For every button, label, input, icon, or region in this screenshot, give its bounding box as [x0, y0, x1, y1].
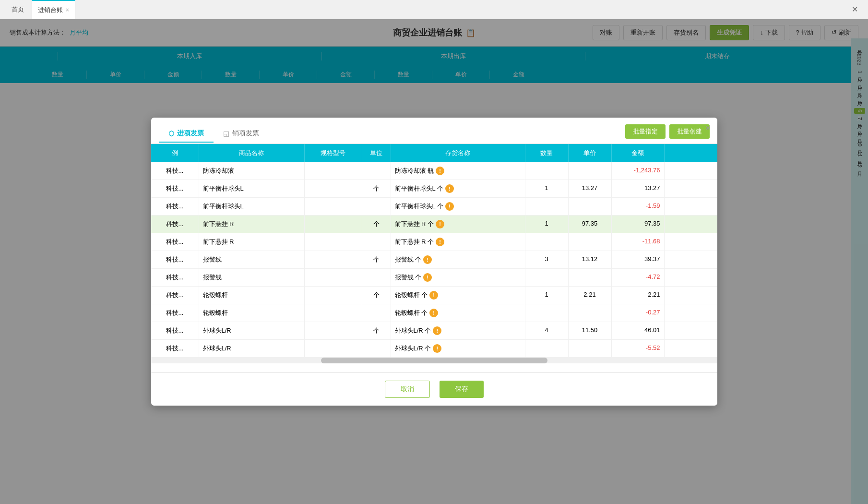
tab-home[interactable]: 首页: [4, 0, 32, 19]
warning-icon: !: [445, 202, 454, 211]
warning-icon: !: [423, 273, 432, 282]
warning-icon: !: [433, 326, 441, 335]
col-header-2: 商品名称: [199, 144, 305, 162]
col-header-3: 规格型号: [305, 144, 362, 162]
tab-active[interactable]: 进销台账 ×: [32, 0, 75, 19]
purchase-icon: ⬡: [168, 130, 174, 137]
tab-sales-invoice[interactable]: ◱ 销项发票: [214, 125, 269, 143]
col-header-1: 例: [151, 144, 199, 162]
tab-bar: 首页 进销台账 × ✕: [0, 0, 868, 19]
tab-active-label: 进销台账: [38, 1, 63, 19]
table-row[interactable]: 科技...外球头L/R个外球头L/R 个!411.5046.01: [151, 322, 717, 340]
warning-icon: !: [429, 291, 438, 300]
warning-icon: !: [436, 238, 444, 246]
table-row[interactable]: 科技...报警线个报警线 个!313.1239.37: [151, 251, 717, 269]
col-header-6: 数量: [525, 144, 569, 162]
tab-purchase-invoice[interactable]: ⬡ 进项发票: [159, 125, 214, 143]
modal-dialog: ⬡ 进项发票 ◱ 销项发票 批量指定 批量创建 ×: [151, 118, 717, 406]
table-row[interactable]: 科技...前平衡杆球头L前平衡杆球头L 个!-1.59: [151, 198, 717, 216]
col-header-7: 单价: [569, 144, 612, 162]
batch-create-button[interactable]: 批量创建: [669, 124, 710, 139]
warning-icon: !: [423, 255, 432, 264]
modal-overlay: ⬡ 进项发票 ◱ 销项发票 批量指定 批量创建 ×: [0, 19, 868, 504]
table-row[interactable]: 科技...防冻冷却液防冻冷却液 瓶!-1,243.76: [151, 162, 717, 180]
table-row[interactable]: 科技...前下悬挂 R前下悬挂 R 个!-11.68: [151, 233, 717, 251]
table-row[interactable]: 科技...报警线报警线 个!-4.72: [151, 269, 717, 287]
save-button[interactable]: 保存: [440, 381, 484, 398]
window-close-btn[interactable]: ✕: [845, 0, 864, 19]
batch-assign-button[interactable]: 批量指定: [625, 124, 666, 139]
warning-icon: !: [445, 184, 454, 193]
modal-footer: 取消 保存: [151, 372, 717, 406]
main-area: 销售成本计算方法： 月平均 商贸企业进销台账 📋 对账 重新开账 存货别名 生成…: [0, 19, 868, 504]
table-row[interactable]: 科技...前下悬挂 R个前下悬挂 R 个!197.3597.35: [151, 216, 717, 233]
col-header-4: 单位: [362, 144, 391, 162]
sales-icon: ◱: [223, 130, 229, 137]
modal-table: 例 商品名称 规格型号 单位 存货名称 数量 单价 金额 科技...防冻冷却液防…: [151, 144, 717, 372]
tab-close-btn[interactable]: ×: [66, 1, 69, 19]
modal-tabs: ⬡ 进项发票 ◱ 销项发票: [159, 125, 269, 143]
table-row[interactable]: 科技...轮毂螺杆个轮毂螺杆 个!12.212.21: [151, 287, 717, 304]
col-header-5: 存货名称: [391, 144, 525, 162]
table-body: 科技...防冻冷却液防冻冷却液 瓶!-1,243.76科技...前平衡杆球头L个…: [151, 162, 717, 358]
warning-icon: !: [433, 344, 441, 353]
cancel-button[interactable]: 取消: [385, 381, 430, 398]
table-scrollbar[interactable]: [151, 358, 717, 363]
table-row[interactable]: 科技...前平衡杆球头L个前平衡杆球头L 个!113.2713.27: [151, 180, 717, 198]
modal-header: ⬡ 进项发票 ◱ 销项发票 批量指定 批量创建 ×: [151, 118, 717, 144]
warning-icon: !: [436, 167, 444, 175]
table-row[interactable]: 科技...轮毂螺杆轮毂螺杆 个!-0.27: [151, 304, 717, 322]
col-header-8: 金额: [612, 144, 665, 162]
modal-header-actions: 批量指定 批量创建: [625, 124, 710, 144]
modal-close-button[interactable]: ×: [705, 123, 711, 133]
table-header: 例 商品名称 规格型号 单位 存货名称 数量 单价 金额: [151, 144, 717, 162]
scrollbar-thumb[interactable]: [321, 358, 547, 363]
warning-icon: !: [429, 309, 438, 317]
table-row[interactable]: 科技...外球头L/R外球头L/R 个!-5.52: [151, 340, 717, 358]
warning-icon: !: [436, 220, 444, 228]
